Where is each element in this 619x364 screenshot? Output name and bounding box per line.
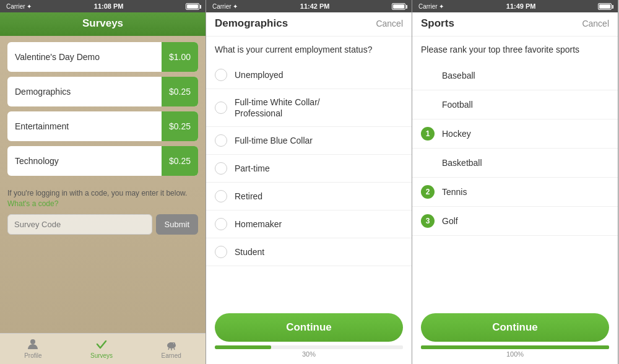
nav-earned[interactable]: Earned — [162, 337, 181, 359]
sport-basketball[interactable]: Basketball — [412, 149, 618, 178]
sport-label: Basketball — [442, 158, 482, 168]
sport-golf[interactable]: 3 Golf — [412, 207, 618, 236]
svg-line-5 — [168, 348, 169, 350]
svg-point-0 — [30, 339, 35, 344]
rank-badge-2: 2 — [421, 185, 435, 199]
whats-code-link[interactable]: What's a code? — [7, 199, 58, 208]
surveys-header: Surveys — [0, 12, 206, 36]
time-3: 11:49 PM — [506, 2, 536, 10]
option-label: Full-time Blue Collar — [235, 135, 313, 146]
rank-empty — [421, 98, 435, 111]
sport-label: Hockey — [442, 129, 471, 139]
radio-circle — [215, 69, 227, 81]
sports-footer: Continue 100% — [412, 307, 618, 364]
progress-bar-full — [421, 345, 609, 349]
carrier-2: Carrier ✦ — [212, 3, 238, 10]
surveys-panel: Carrier ✦ 11:08 PM Surveys Valentine's D… — [0, 0, 206, 364]
nav-earned-label: Earned — [162, 352, 181, 359]
nav-profile[interactable]: Profile — [24, 337, 41, 359]
demographics-continue[interactable]: Continue — [215, 313, 403, 342]
option-label: Retired — [235, 191, 262, 202]
survey-name-0: Valentine's Day Demo — [7, 52, 162, 62]
svg-rect-4 — [170, 342, 171, 344]
option-retired[interactable]: Retired — [206, 183, 412, 210]
radio-circle — [215, 134, 227, 147]
svg-line-7 — [174, 348, 175, 350]
bottom-nav: Profile Surveys — [0, 333, 206, 364]
battery-3 — [598, 3, 612, 10]
survey-item[interactable]: Technology $0.25 — [7, 146, 198, 176]
code-section: If you're logging in with a code, you ma… — [0, 182, 206, 241]
sport-label: Football — [442, 100, 473, 110]
status-bar-2: Carrier ✦ 11:42 PM — [206, 0, 412, 12]
option-label: Full-time White Collar/Professional — [235, 97, 320, 119]
sports-options: Baseball Football 1 Hockey Basketball 2 … — [412, 61, 618, 307]
radio-circle — [215, 218, 227, 230]
carrier-3: Carrier ✦ — [418, 3, 444, 10]
option-unemployed[interactable]: Unemployed — [206, 61, 412, 89]
time-1: 11:08 PM — [94, 2, 124, 10]
carrier-1: Carrier ✦ — [6, 3, 32, 10]
option-student[interactable]: Student — [206, 238, 412, 266]
option-part-time[interactable]: Part-time — [206, 155, 412, 183]
survey-item[interactable]: Valentine's Day Demo $1.00 — [7, 42, 198, 72]
survey-price-3: $0.25 — [162, 146, 198, 176]
rank-empty — [421, 69, 435, 82]
option-label: Part-time — [235, 163, 270, 174]
nav-surveys[interactable]: Surveys — [90, 337, 113, 359]
survey-price-1: $0.25 — [162, 77, 198, 106]
sport-hockey[interactable]: 1 Hockey — [412, 119, 618, 149]
sport-baseball[interactable]: Baseball — [412, 61, 618, 90]
option-label: Homemaker — [235, 219, 282, 230]
sports-cancel[interactable]: Cancel — [582, 19, 609, 28]
progress-bar — [215, 345, 403, 349]
employment-options: Unemployed Full-time White Collar/Profes… — [206, 61, 412, 307]
nav-surveys-label: Surveys — [90, 352, 113, 359]
survey-name-1: Demographics — [7, 87, 162, 97]
submit-button[interactable]: Submit — [156, 214, 198, 235]
radio-circle — [215, 102, 227, 114]
demographics-title: Demographics — [215, 17, 288, 30]
person-icon — [26, 337, 40, 351]
sport-label: Baseball — [442, 71, 475, 80]
checkmark-icon — [95, 337, 108, 351]
status-bar-1: Carrier ✦ 11:08 PM — [0, 0, 206, 12]
progress-label: 30% — [215, 350, 403, 358]
radio-circle — [215, 246, 227, 258]
sports-progress-label: 100% — [421, 350, 609, 358]
demographics-cancel[interactable]: Cancel — [376, 19, 403, 28]
demographics-footer: Continue 30% — [206, 307, 412, 364]
sports-title: Sports — [421, 17, 454, 30]
option-label: Unemployed — [235, 69, 284, 80]
survey-list: Valentine's Day Demo $1.00 Demographics … — [0, 36, 206, 182]
sports-continue[interactable]: Continue — [421, 313, 609, 342]
survey-price-0: $1.00 — [162, 42, 198, 72]
sports-header: Sports Cancel — [412, 12, 618, 37]
survey-item[interactable]: Demographics $0.25 — [7, 77, 198, 106]
piggy-icon — [165, 337, 178, 351]
survey-item[interactable]: Entertainment $0.25 — [7, 111, 198, 141]
nav-profile-label: Profile — [24, 352, 41, 359]
battery-1 — [186, 3, 199, 10]
survey-name-2: Entertainment — [7, 121, 162, 131]
sports-question: Please rank your top three favorite spor… — [412, 37, 618, 61]
option-white-collar[interactable]: Full-time White Collar/Professional — [206, 89, 412, 127]
progress-fill — [215, 345, 271, 349]
survey-name-3: Technology — [7, 156, 162, 166]
radio-circle — [215, 162, 227, 175]
rank-badge-1: 1 — [421, 127, 435, 141]
sports-panel: Carrier ✦ 11:49 PM Sports Cancel Please … — [412, 0, 618, 364]
status-bar-3: Carrier ✦ 11:49 PM — [412, 0, 618, 12]
sport-label: Golf — [442, 216, 458, 226]
code-input-row: Submit — [7, 214, 198, 235]
sport-football[interactable]: Football — [412, 90, 618, 119]
battery-2 — [392, 3, 405, 10]
rank-badge-3: 3 — [421, 214, 435, 228]
survey-price-2: $0.25 — [162, 111, 198, 141]
sport-tennis[interactable]: 2 Tennis — [412, 178, 618, 207]
survey-code-input[interactable] — [7, 214, 152, 235]
option-blue-collar[interactable]: Full-time Blue Collar — [206, 127, 412, 155]
svg-point-3 — [173, 343, 174, 344]
option-homemaker[interactable]: Homemaker — [206, 210, 412, 238]
surveys-title: Surveys — [82, 17, 123, 29]
